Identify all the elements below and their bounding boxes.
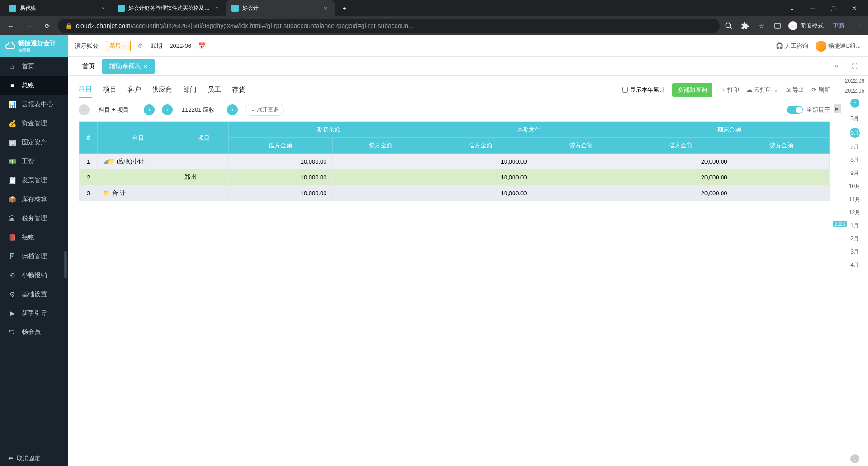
app-logo[interactable]: 畅捷通好会计 旗舰版 bbox=[0, 35, 68, 57]
show-year-checkbox[interactable]: 显示本年累计 bbox=[622, 86, 665, 94]
cell-cur-d[interactable]: 10,000.00 bbox=[429, 169, 533, 185]
consult-button[interactable]: 🎧 人工咨询 bbox=[776, 42, 808, 50]
new-tab-button[interactable]: + bbox=[338, 2, 351, 14]
filter-tab-dept[interactable]: 部门 bbox=[183, 82, 197, 98]
print-button[interactable]: 🖨打印 bbox=[720, 86, 739, 94]
sidebar-item-home[interactable]: ⌂首页 bbox=[0, 57, 68, 76]
expand-more-button[interactable]: ⌄ 展开更多 bbox=[245, 104, 284, 116]
reload-button[interactable]: ⟳ bbox=[40, 19, 54, 33]
filter-tab-project[interactable]: 项目 bbox=[103, 82, 117, 98]
update-button[interactable]: 更新 bbox=[829, 22, 848, 30]
close-icon[interactable]: × bbox=[99, 5, 107, 12]
sidebar-item-guide[interactable]: ▶新手引导 bbox=[0, 304, 68, 323]
bookmark-icon[interactable]: ☆ bbox=[756, 20, 767, 31]
collapse-icon[interactable]: ◢ bbox=[103, 158, 108, 165]
close-icon[interactable]: × bbox=[322, 5, 329, 12]
filter-tab-subject[interactable]: 科目 bbox=[79, 81, 92, 98]
table-row[interactable]: 1 ◢📁(应收)小计: 10,000.00 10,000.00 20,000.0… bbox=[80, 154, 830, 169]
browser-tab-2[interactable]: 好会计 × bbox=[226, 0, 335, 16]
period-month-7[interactable]: 7月 bbox=[841, 141, 868, 154]
period-month-8[interactable]: 8月 bbox=[841, 154, 868, 167]
table-row[interactable]: 2 郑州 10,000.00 10,000.00 20,000.00 bbox=[80, 169, 830, 185]
sidebar-item-salary[interactable]: 💵工资 bbox=[0, 152, 68, 171]
gear-icon[interactable]: ⚙ bbox=[138, 42, 143, 49]
menu-icon[interactable]: ⋮ bbox=[854, 20, 864, 31]
period-month-10[interactable]: 10月 bbox=[841, 180, 868, 193]
minimize-button[interactable]: ─ bbox=[802, 0, 823, 16]
forward-button[interactable]: → bbox=[22, 19, 36, 33]
period-month-12[interactable]: 12月 bbox=[841, 206, 868, 219]
page-tab-home[interactable]: 首页 bbox=[75, 59, 102, 74]
back-button[interactable]: ← bbox=[4, 19, 18, 33]
sidebar-item-asset[interactable]: 🏢固定资产 bbox=[0, 133, 68, 152]
reading-list-icon[interactable] bbox=[772, 20, 783, 31]
close-icon[interactable]: × bbox=[144, 63, 147, 70]
sidebar-item-ledger[interactable]: ≡总账 bbox=[0, 76, 68, 95]
period-end[interactable]: 2022.06 bbox=[841, 86, 868, 96]
period-month-3[interactable]: 3月 bbox=[841, 245, 868, 259]
calendar-icon[interactable]: 📅 bbox=[198, 42, 206, 49]
sidebar-item-stock[interactable]: 📦库存核算 bbox=[0, 190, 68, 209]
period-start[interactable]: 2022.06 bbox=[841, 76, 868, 86]
archive-icon: 🗄 bbox=[8, 252, 16, 260]
export-button[interactable]: ⇲导出 bbox=[786, 86, 804, 94]
period-month-9[interactable]: 9月 bbox=[841, 167, 868, 180]
browser-tab-0[interactable]: 易代账 × bbox=[4, 0, 112, 16]
page-tab-current[interactable]: 辅助余额表 × bbox=[102, 59, 155, 74]
expand-all-toggle[interactable] bbox=[787, 106, 803, 114]
account-name[interactable]: 演示账套 bbox=[75, 42, 99, 50]
extension-icon[interactable] bbox=[740, 20, 750, 31]
subject-text[interactable]: 科目 + 项目 bbox=[90, 106, 144, 114]
close-icon[interactable]: × bbox=[213, 5, 221, 12]
sidebar-item-promo[interactable]: ⟲小畅报销 bbox=[0, 266, 68, 285]
prev-subject-button[interactable]: ‹ bbox=[79, 104, 90, 115]
sidebar-item-report[interactable]: 📊云报表中心 bbox=[0, 95, 68, 114]
period-up-button[interactable]: ⌃ bbox=[841, 96, 868, 110]
period-month-5[interactable]: 5月 bbox=[841, 112, 868, 125]
cell-opening-d[interactable]: 10,000.00 bbox=[229, 169, 333, 185]
cell-close-d: 20,000.00 bbox=[629, 154, 733, 169]
url-bar[interactable]: 🔒 cloud2.chanjet.com/accounting/uh26t264… bbox=[58, 19, 720, 33]
sidebar-item-vip[interactable]: 🛡畅会员 bbox=[0, 323, 68, 342]
close-all-icon[interactable]: ✕ bbox=[830, 60, 843, 73]
table-row[interactable]: 3 📁合 计 10,000.00 10,000.00 20,000.00 bbox=[80, 185, 830, 201]
cell-close-d[interactable]: 20,000.00 bbox=[629, 169, 733, 185]
cloud-print-button[interactable]: ☁云打印⌄ bbox=[746, 86, 778, 94]
account-text[interactable]: 112201 应收 bbox=[173, 106, 227, 114]
disable-button[interactable]: 禁用 ⌄ bbox=[106, 41, 131, 51]
sidebar-item-tax[interactable]: 🏛税务管理 bbox=[0, 209, 68, 228]
period-month-1[interactable]: 2023 1月 bbox=[841, 219, 868, 232]
filter-tab-employee[interactable]: 员工 bbox=[208, 82, 221, 98]
period-month-6[interactable]: 6月 bbox=[841, 125, 868, 141]
multi-query-button[interactable]: 多辅助查询 bbox=[672, 83, 712, 97]
checkbox-input[interactable] bbox=[622, 87, 628, 93]
sidebar-item-close[interactable]: 📕结账 bbox=[0, 228, 68, 247]
next-subject-button[interactable]: › bbox=[144, 104, 155, 115]
sidebar-item-settings[interactable]: ⚙基础设置 bbox=[0, 285, 68, 304]
refresh-button[interactable]: ⟳刷新 bbox=[811, 86, 830, 94]
sidebar-item-archive[interactable]: 🗄归档管理 bbox=[0, 247, 68, 266]
maximize-button[interactable]: ▢ bbox=[823, 0, 844, 16]
close-window-button[interactable]: ✕ bbox=[844, 0, 864, 16]
user-menu[interactable]: 畅捷通B组... bbox=[816, 41, 861, 52]
filter-tab-customer[interactable]: 客户 bbox=[127, 82, 141, 98]
period-collapse-button[interactable]: ▶ bbox=[834, 104, 841, 113]
next-account-button[interactable]: › bbox=[227, 104, 238, 115]
period-value[interactable]: 2022-06 bbox=[170, 42, 191, 49]
scrollbar[interactable] bbox=[64, 251, 67, 278]
gear-header[interactable]: ⚙ bbox=[80, 122, 98, 154]
zoom-icon[interactable] bbox=[723, 20, 734, 31]
chevron-down-icon[interactable]: ⌄ bbox=[781, 0, 802, 16]
fullscreen-icon[interactable]: ⛶ bbox=[848, 60, 861, 73]
filter-tab-supplier[interactable]: 供应商 bbox=[152, 82, 172, 98]
filter-tab-inventory[interactable]: 存货 bbox=[232, 82, 245, 98]
period-down-button[interactable]: ⌄ bbox=[841, 452, 868, 466]
sidebar-item-invoice[interactable]: 🧾发票管理 bbox=[0, 171, 68, 190]
period-month-4[interactable]: 4月 bbox=[841, 259, 868, 272]
period-month-2[interactable]: 2月 bbox=[841, 232, 868, 245]
prev-account-button[interactable]: ‹ bbox=[162, 104, 173, 115]
period-month-11[interactable]: 11月 bbox=[841, 193, 868, 206]
sidebar-item-funds[interactable]: 💰资金管理 bbox=[0, 114, 68, 133]
sidebar-unpin[interactable]: ⬅ 取消固定 bbox=[0, 450, 68, 466]
browser-tab-1[interactable]: 好会计财务管理软件购买价格及… × bbox=[112, 0, 226, 16]
